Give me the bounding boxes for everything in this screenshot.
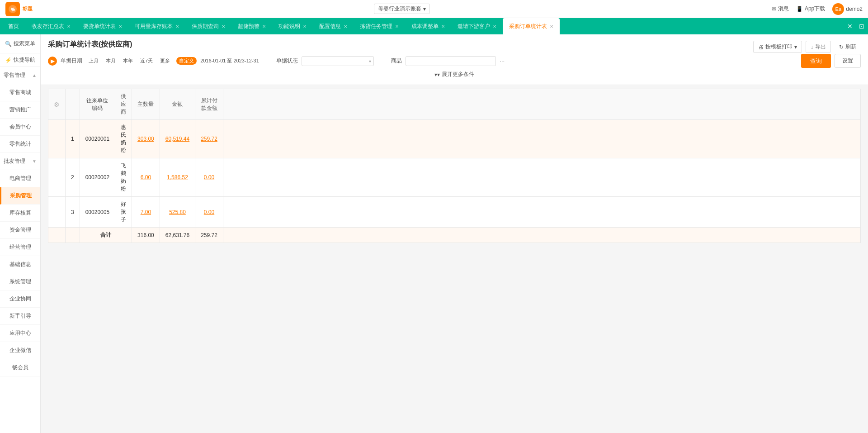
- tab-close-icon[interactable]: ✕: [493, 24, 496, 29]
- date-more-btn[interactable]: 更多: [157, 57, 173, 65]
- sidebar-item-marketing[interactable]: 营销推广: [0, 101, 40, 119]
- sidebar-item-label: 基础信息: [9, 261, 31, 268]
- date-7days-btn[interactable]: 近7天: [137, 57, 156, 65]
- cell-unit-code: 00020005: [80, 197, 115, 228]
- filter-toggle-btn[interactable]: ▶: [48, 57, 57, 66]
- date-cur-year-btn[interactable]: 本年: [120, 57, 136, 65]
- sidebar-item-label: 畅会员: [12, 364, 28, 371]
- tab-close-icon[interactable]: ✕: [395, 24, 399, 29]
- app-download-btn[interactable]: 📱 App下载: [796, 5, 825, 13]
- tab-close-icon[interactable]: ✕: [222, 24, 225, 29]
- tab-receive-send[interactable]: 收发存汇总表 ✕: [25, 18, 77, 34]
- sidebar-item-retail-stats[interactable]: 零售统计: [0, 136, 40, 153]
- tab-stocking-task[interactable]: 拣货任务管理 ✕: [354, 18, 405, 34]
- sidebar-item-basic-info[interactable]: 基础信息: [0, 256, 40, 273]
- paid-amount-link[interactable]: 0.00: [204, 174, 214, 181]
- quick-nav-btn[interactable]: ⚡ 快捷导航: [0, 53, 40, 67]
- date-prev-month-btn[interactable]: 上月: [86, 57, 101, 65]
- user-area[interactable]: Ea demo2: [832, 3, 863, 15]
- tab-home[interactable]: 首页: [2, 18, 25, 34]
- main-qty-link[interactable]: 6.00: [141, 174, 151, 181]
- close-tab-btn[interactable]: ✕: [845, 23, 854, 30]
- total-amount: 62,631.76: [160, 228, 195, 243]
- sidebar-search-area: 🔍 搜索菜单: [0, 34, 40, 53]
- sidebar-item-app-center[interactable]: 应用中心: [0, 325, 40, 342]
- tab-overstock-warning[interactable]: 超储预警 ✕: [231, 18, 272, 34]
- sidebar-item-purchase-mgmt[interactable]: 采购管理: [0, 187, 40, 205]
- tab-close-icon[interactable]: ✕: [118, 24, 122, 29]
- tab-cost-adjust[interactable]: 成本调整单 ✕: [405, 18, 451, 34]
- sidebar-item-enterprise-collab[interactable]: 企业协同: [0, 290, 40, 308]
- tab-close-icon[interactable]: ✕: [67, 24, 71, 29]
- date-range-text: 2016-01-01 至 2023-12-31: [200, 57, 259, 64]
- total-row: 合计 316.00 62,631.76 259.72: [48, 228, 861, 243]
- workspace-selector[interactable]: 母婴行业演示账套 ▾: [374, 4, 430, 14]
- col-paid-amount: 累计付款金额: [195, 89, 223, 120]
- sidebar-item-member-card[interactable]: 畅会员: [0, 359, 40, 376]
- tab-label: 拣货任务管理: [360, 23, 392, 30]
- tab-close-icon[interactable]: ✕: [175, 24, 179, 29]
- date-cur-month-btn[interactable]: 本月: [103, 57, 118, 65]
- cell-amount: 60,519.44: [160, 120, 195, 158]
- main-qty-link[interactable]: 303.00: [137, 136, 154, 142]
- paid-amount-link[interactable]: 0.00: [204, 209, 214, 215]
- main-qty-link[interactable]: 7.00: [141, 209, 151, 215]
- settings-btn[interactable]: 设置: [835, 54, 861, 68]
- refresh-btn[interactable]: ↻ 刷新: [835, 41, 861, 52]
- col-unit-code: 往来单位编码: [80, 89, 115, 120]
- sidebar-item-ecommerce-mgmt[interactable]: 电商管理: [0, 170, 40, 187]
- workspace-chevron: ▾: [423, 6, 426, 12]
- app-download-label: App下载: [805, 5, 825, 13]
- search-menu-label: 搜索菜单: [14, 40, 35, 48]
- goods-filter-input[interactable]: [406, 56, 496, 66]
- sidebar-item-newbie-guide[interactable]: 新手引导: [0, 308, 40, 325]
- sidebar-item-label: 营销推广: [9, 106, 31, 114]
- sidebar-item-ops-mgmt[interactable]: 经营管理: [0, 239, 40, 256]
- tab-close-icon[interactable]: ✕: [303, 24, 307, 29]
- tab-function-desc[interactable]: 功能说明 ✕: [272, 18, 313, 34]
- tab-close-icon[interactable]: ✕: [344, 24, 347, 29]
- tab-close-icon[interactable]: ✕: [441, 24, 445, 29]
- message-btn[interactable]: ✉ 消息: [772, 5, 789, 13]
- tab-purchase-stats[interactable]: 采购订单统计表 ✕: [503, 18, 560, 34]
- maximize-btn[interactable]: ⊡: [857, 23, 866, 30]
- sidebar-item-system-mgmt[interactable]: 系统管理: [0, 273, 40, 290]
- tab-label: 超储预警: [238, 23, 259, 30]
- query-btn[interactable]: 查询: [801, 54, 831, 68]
- tab-available-stock[interactable]: 可用量库存账本 ✕: [128, 18, 185, 34]
- cell-amount: 1,586.52: [160, 158, 195, 197]
- more-filter-dots[interactable]: ···: [500, 57, 505, 65]
- tab-expiry-query[interactable]: 保质期查询 ✕: [185, 18, 231, 34]
- date-filter-label: 单据日期: [61, 57, 82, 65]
- quick-nav-label: 快捷导航: [14, 56, 35, 64]
- export-btn[interactable]: ↓ 导出: [806, 41, 831, 53]
- tab-close-icon[interactable]: ✕: [262, 24, 266, 29]
- paid-amount-link[interactable]: 259.72: [201, 136, 217, 142]
- expand-more-btn[interactable]: ▾▾ 展开更多条件: [434, 71, 474, 78]
- tab-invite-downstream[interactable]: 邀请下游客户 ✕: [451, 18, 503, 34]
- tab-close-icon[interactable]: ✕: [550, 24, 553, 29]
- amount-link[interactable]: 525.80: [169, 209, 186, 215]
- sidebar-item-member-center[interactable]: 会员中心: [0, 119, 40, 136]
- status-select[interactable]: [302, 56, 374, 66]
- tab-goods-stats[interactable]: 要货单统计表 ✕: [77, 18, 128, 34]
- tab-config-info[interactable]: 配置信息 ✕: [313, 18, 354, 34]
- total-settings-cell: [48, 228, 66, 243]
- cell-row-num: 3: [66, 197, 80, 228]
- search-menu-btn[interactable]: 🔍 搜索菜单: [3, 38, 38, 49]
- sidebar-item-wholesale-mgmt[interactable]: 批发管理 ▼: [0, 153, 40, 170]
- sidebar-item-retail-mgmt[interactable]: 零售管理 ▲: [0, 67, 40, 84]
- sidebar-item-enterprise-wechat[interactable]: 企业微信: [0, 342, 40, 359]
- nav-tabs: 首页 收发存汇总表 ✕ 要货单统计表 ✕ 可用量库存账本 ✕ 保质期查询 ✕ 超…: [0, 18, 868, 34]
- sidebar-item-label: 库存核算: [9, 209, 31, 217]
- sidebar-item-retail-shop[interactable]: 零售商城: [0, 84, 40, 101]
- sidebar-item-label: 零售商城: [9, 89, 31, 96]
- sidebar-item-capital-mgmt[interactable]: 资金管理: [0, 222, 40, 239]
- amount-link[interactable]: 1,586.52: [167, 174, 188, 181]
- date-custom-badge[interactable]: 自定义: [176, 57, 197, 65]
- table-settings-icon[interactable]: ⚙: [54, 101, 60, 108]
- print-btn[interactable]: 🖨 按模板打印 ▾: [753, 41, 802, 53]
- sidebar-item-inventory-check[interactable]: 库存核算: [0, 205, 40, 222]
- amount-link[interactable]: 60,519.44: [165, 136, 189, 142]
- sidebar-item-label: 经营管理: [9, 243, 31, 251]
